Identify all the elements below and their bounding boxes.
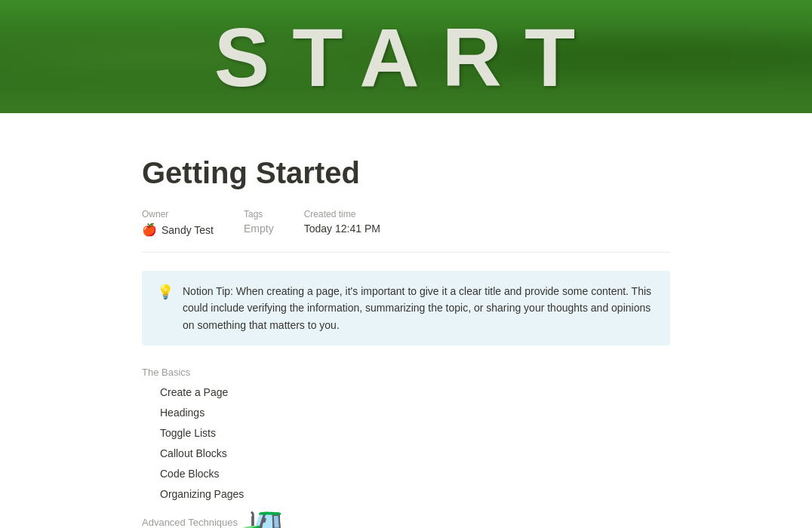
tags-meta: Tags Empty <box>244 209 274 235</box>
owner-name: Sandy Test <box>161 224 214 236</box>
toc-group-basics: The Basics Create a Page Headings Toggle… <box>142 367 670 505</box>
toc-item-headings[interactable]: Headings <box>142 403 670 423</box>
owner-meta: Owner 🍎 Sandy Test <box>142 209 214 237</box>
cover-text: START <box>214 9 598 105</box>
toc-item-organizing-pages[interactable]: Organizing Pages <box>142 484 670 505</box>
cover-grass: START <box>0 0 812 113</box>
toc-item-callout-blocks[interactable]: Callout Blocks <box>142 444 670 464</box>
tags-value[interactable]: Empty <box>244 223 274 235</box>
toc-items-basics: Create a Page Headings Toggle Lists Call… <box>142 382 670 505</box>
toc-item-create-page[interactable]: Create a Page <box>142 382 670 403</box>
page-title[interactable]: Getting Started <box>142 155 670 191</box>
page-icon[interactable]: 🚜 <box>232 505 289 528</box>
callout-text: Notion Tip: When creating a page, it's i… <box>183 283 655 333</box>
created-meta: Created time Today 12:41 PM <box>304 209 380 235</box>
cover-image: START <box>0 0 812 113</box>
owner-value[interactable]: 🍎 Sandy Test <box>142 223 214 237</box>
page-container: START 🚜 Getting Started Owner 🍎 Sandy Te… <box>0 0 812 528</box>
content-area: 🚜 Getting Started Owner 🍎 Sandy Test Tag… <box>66 155 746 528</box>
created-label: Created time <box>304 209 380 219</box>
toc-group-advanced: Advanced Techniques <box>142 517 670 528</box>
owner-label: Owner <box>142 209 214 219</box>
title-section: Getting Started <box>142 155 670 191</box>
created-value: Today 12:41 PM <box>304 223 380 235</box>
divider <box>142 252 670 253</box>
owner-avatar: 🍎 <box>142 223 157 237</box>
toc-item-toggle-lists[interactable]: Toggle Lists <box>142 423 670 444</box>
tags-label: Tags <box>244 209 274 219</box>
toc-item-code-blocks[interactable]: Code Blocks <box>142 464 670 484</box>
callout-block: 💡 Notion Tip: When creating a page, it's… <box>142 271 670 345</box>
metadata-section: Owner 🍎 Sandy Test Tags Empty Created ti… <box>142 209 670 237</box>
toc-section: The Basics Create a Page Headings Toggle… <box>142 367 670 528</box>
callout-icon: 💡 <box>157 284 174 300</box>
toc-group-header-basics[interactable]: The Basics <box>142 367 670 378</box>
toc-group-header-advanced[interactable]: Advanced Techniques <box>142 517 670 528</box>
